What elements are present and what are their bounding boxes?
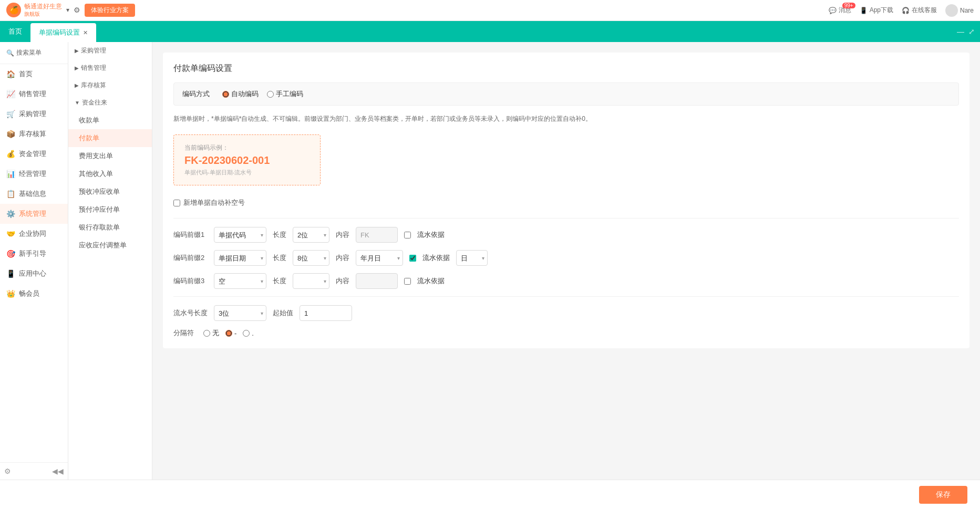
sub-nav-ar-ap-adjust[interactable]: 应收应付调整单 [68, 236, 152, 254]
manual-encode-label: 手工编码 [276, 89, 303, 99]
sidebar-item-system-label: 系统管理 [19, 209, 46, 219]
sidebar-item-basic[interactable]: 📋 基础信息 [0, 184, 68, 204]
prefix2-period-select[interactable]: 日 月 年 [456, 250, 488, 266]
prefix3-serial-checkbox[interactable] [404, 278, 411, 285]
sidebar-settings-button[interactable]: ⚙ [4, 467, 11, 475]
app-download-item[interactable]: 📱 App下载 [860, 6, 893, 15]
code-preview-value: FK-20230602-001 [184, 154, 310, 167]
prefix1-length-select[interactable]: 2位 4位 6位 8位 [293, 227, 329, 243]
auto-encode-radio[interactable] [222, 91, 229, 98]
start-value-input[interactable] [300, 305, 352, 321]
manual-encode-radio[interactable] [267, 91, 274, 98]
auto-fill-checkbox[interactable] [173, 200, 180, 206]
settings-icon-button[interactable]: ⚙ [74, 6, 80, 14]
encoding-method-row: 编码方式 自动编码 手工编码 [173, 82, 959, 106]
prefix3-select[interactable]: 单据代码 单据日期 空 [214, 273, 266, 289]
prefix2-serial-checkbox[interactable] [409, 255, 416, 262]
prefix2-content-label: 内容 [336, 253, 349, 263]
online-service-item[interactable]: 🎧 在线客服 [902, 6, 937, 15]
inventory-icon: 📦 [6, 130, 15, 138]
tab-home[interactable]: 首页 [0, 21, 30, 42]
prefix3-length-select[interactable] [293, 273, 329, 289]
sidebar-item-inventory[interactable]: 📦 库存核算 [0, 124, 68, 144]
sidebar-item-finance[interactable]: 💰 资金管理 [0, 144, 68, 164]
experience-button[interactable]: 体验行业方案 [85, 4, 135, 17]
separator-none-radio[interactable] [203, 330, 210, 337]
guide-icon: 🎯 [6, 250, 15, 258]
separator-dot-radio[interactable] [243, 330, 250, 337]
sub-group-sales-label: 销售管理 [81, 64, 106, 72]
separator-none-option[interactable]: 无 [203, 328, 219, 338]
sub-nav-prepay-pay[interactable]: 预付冲应付单 [68, 201, 152, 219]
phone-icon: 📱 [860, 7, 868, 14]
manual-encode-option[interactable]: 手工编码 [267, 89, 303, 99]
sub-group-capital-label: 资金往来 [82, 98, 107, 107]
prefix1-serial-checkbox[interactable] [404, 232, 411, 238]
prefix2-period-wrapper: 日 月 年 [456, 250, 488, 266]
tab-bar-actions: — ⤢ [957, 27, 975, 36]
prefix1-select[interactable]: 单据代码 单据日期 空 [214, 227, 266, 243]
serial-length-wrapper: 2位 3位 4位 5位 [214, 305, 266, 321]
prefix2-select-wrapper: 单据代码 单据日期 空 [214, 250, 266, 266]
content-area: 付款单编码设置 编码方式 自动编码 手工编码 新增单据时，*单据编码*自动生成、… [152, 42, 980, 480]
prefix2-length-select[interactable]: 2位 4位 6位 8位 [293, 250, 329, 266]
sub-group-capital-title[interactable]: ▼ 资金往来 [68, 94, 152, 111]
search-icon: 🔍 [6, 49, 14, 57]
save-button[interactable]: 保存 [919, 486, 967, 504]
encoding-method-label: 编码方式 [182, 89, 210, 99]
serial-length-select[interactable]: 2位 3位 4位 5位 [214, 305, 266, 321]
chevron-right-icon-3: ▶ [75, 82, 79, 88]
prefix3-content-input [356, 273, 398, 289]
user-info[interactable]: Nare [945, 4, 974, 17]
tab-close-icon[interactable]: ✕ [83, 29, 88, 36]
serial-length-label: 流水号长度 [173, 308, 208, 318]
sidebar-collapse-button[interactable]: ◀◀ [52, 467, 64, 475]
sidebar-item-system[interactable]: ⚙️ 系统管理 [0, 204, 68, 224]
code-preview-box: 当前编码示例： FK-20230602-001 单据代码-单据日期-流水号 [173, 134, 321, 185]
sub-nav-payment[interactable]: 付款单 [68, 129, 152, 147]
code-preview-format: 单据代码-单据日期-流水号 [184, 169, 310, 176]
sidebar-item-guide[interactable]: 🎯 新手引导 [0, 244, 68, 264]
sub-group-purchase-title[interactable]: ▶ 采购管理 [68, 42, 152, 59]
sidebar-item-member[interactable]: 👑 畅会员 [0, 284, 68, 304]
finance-icon: 💰 [6, 150, 15, 158]
sub-group-inventory-title[interactable]: ▶ 库存核算 [68, 77, 152, 94]
left-sidebar: 🔍 搜索菜单 🏠 首页 📈 销售管理 🛒 采购管理 📦 库存核算 💰 [0, 42, 68, 480]
sub-nav-expense[interactable]: 费用支出单 [68, 147, 152, 165]
tab-minimize-button[interactable]: — [957, 27, 964, 36]
prefix2-select[interactable]: 单据代码 单据日期 空 [214, 250, 266, 266]
nav-items: 🏠 首页 📈 销售管理 🛒 采购管理 📦 库存核算 💰 资金管理 📊 经 [0, 64, 68, 462]
prefix2-length-label: 长度 [273, 253, 286, 263]
enterprise-icon: 🤝 [6, 230, 15, 238]
sub-group-sales-title[interactable]: ▶ 销售管理 [68, 59, 152, 77]
sub-nav-receipt[interactable]: 收款单 [68, 111, 152, 129]
sidebar-item-purchase-label: 采购管理 [19, 109, 46, 119]
prefix3-length-label: 长度 [273, 276, 286, 286]
separator-dash-radio[interactable] [225, 330, 232, 337]
search-menu-button[interactable]: 🔍 搜索菜单 [4, 46, 64, 59]
auto-encode-option[interactable]: 自动编码 [222, 89, 259, 99]
sidebar-item-operation[interactable]: 📊 经营管理 [0, 164, 68, 184]
prefix2-content-select[interactable]: 年月日 年月 年 [356, 250, 403, 266]
dropdown-button[interactable]: ▾ [66, 6, 69, 14]
sub-nav-prepay-receive[interactable]: 预收冲应收单 [68, 183, 152, 201]
prefix2-content-wrapper: 年月日 年月 年 [356, 250, 403, 266]
top-bar-right: 💬 消息 99+ 📱 App下载 🎧 在线客服 Nare [829, 4, 974, 17]
sidebar-item-enterprise[interactable]: 🤝 企业协同 [0, 224, 68, 244]
tab-encoding[interactable]: 单据编码设置 ✕ [30, 23, 96, 42]
message-icon: 💬 [829, 7, 837, 14]
separator-options: 无 - . [203, 328, 254, 338]
sub-group-inventory-label: 库存核算 [81, 81, 106, 90]
prefix1-select-wrapper: 单据代码 单据日期 空 [214, 227, 266, 243]
tab-maximize-button[interactable]: ⤢ [968, 27, 975, 36]
sidebar-item-purchase[interactable]: 🛒 采购管理 [0, 104, 68, 124]
sidebar-item-apps[interactable]: 📱 应用中心 [0, 264, 68, 284]
separator-dot-option[interactable]: . [243, 329, 254, 337]
sidebar-item-home[interactable]: 🏠 首页 [0, 64, 68, 84]
sub-nav-bank-deposit[interactable]: 银行存取款单 [68, 219, 152, 236]
sidebar-item-sales[interactable]: 📈 销售管理 [0, 84, 68, 104]
prefix2-row: 编码前缀2 单据代码 单据日期 空 长度 2位 4位 6位 8位 [173, 250, 959, 266]
separator-dash-option[interactable]: - [225, 329, 236, 337]
message-item[interactable]: 💬 消息 99+ [829, 6, 851, 15]
sub-nav-other-income[interactable]: 其他收入单 [68, 165, 152, 183]
